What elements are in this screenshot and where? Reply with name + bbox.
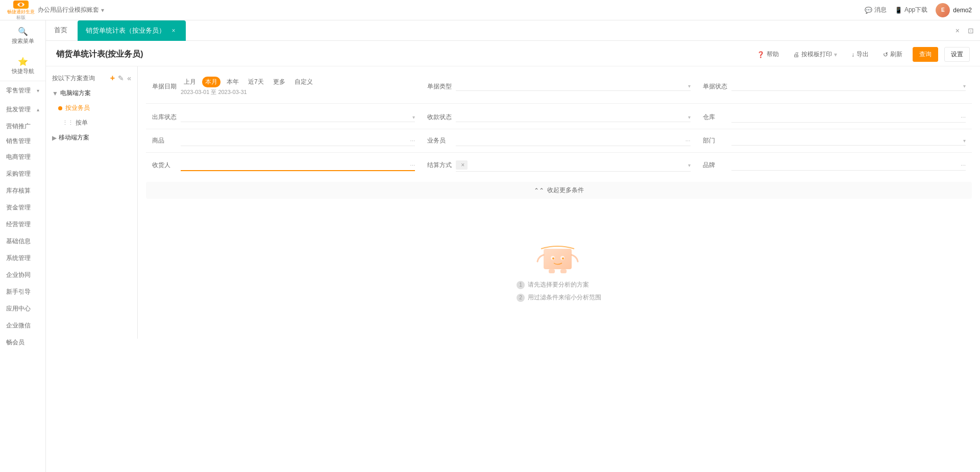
page-actions: ❓ 帮助 🖨 按模板打印 ▾ ↓ 导出 [753, 47, 970, 62]
inventory-label: 库存核算 [6, 186, 31, 195]
filter-row-3: 商品 ··· 业务员 [146, 129, 972, 153]
sidebar-item-retail[interactable]: 零售管理 ▾ [0, 81, 45, 100]
quick-nav-icon: ⭐ [18, 57, 28, 66]
refresh-label: 刷新 [890, 50, 902, 59]
warehouse-dots-icon[interactable]: ··· [961, 113, 966, 121]
sidebar-item-cooperation[interactable]: 企业协同 [0, 267, 45, 284]
help-btn[interactable]: ❓ 帮助 [753, 48, 783, 61]
app-download-label: App下载 [904, 6, 927, 14]
payment-status-arrow-icon: ▾ [688, 114, 691, 120]
filter-item-warehouse: 仓库 ··· [697, 108, 972, 127]
message-btn[interactable]: 💬 消息 [865, 6, 887, 14]
query-btn[interactable]: 查询 [913, 47, 938, 62]
sidebar-item-quick-nav-label: 快捷导航 [12, 68, 34, 75]
mobile-scheme-label: 移动端方案 [59, 133, 89, 142]
sidebar-item-newcomer[interactable]: 新手引导 [0, 284, 45, 300]
sidebar: 🔍 搜索菜单 ⭐ 快捷导航 零售管理 ▾ 批发管理 ▴ 营销推广 销售管理 [0, 20, 46, 472]
sidebar-item-operations[interactable]: 经营管理 [0, 216, 45, 233]
add-scheme-icon[interactable]: + [110, 74, 115, 83]
svg-point-4 [552, 257, 554, 259]
filter-item-product: 商品 ··· [146, 131, 421, 150]
sidebar-item-corp-wechat[interactable]: 企业微信 [0, 317, 45, 334]
avatar: E [936, 3, 950, 17]
sidebar-item-system[interactable]: 系统管理 [0, 250, 45, 267]
sidebar-item-vip[interactable]: 畅会员 [0, 334, 45, 351]
app-sub-title: 标版 [16, 15, 26, 20]
sales-label: 销售管理 [6, 137, 31, 146]
sidebar-item-sales[interactable]: 销售管理 [0, 134, 45, 149]
panel-title: 按以下方案查询 [52, 74, 95, 83]
tip-text-1: 请先选择要分析的方案 [528, 280, 589, 289]
window-expand-icon[interactable]: ⊡ [966, 25, 976, 37]
pc-scheme-arrow-icon: ▼ [52, 90, 58, 97]
user-section[interactable]: E demo2 [936, 3, 972, 17]
sidebar-item-marketing[interactable]: 营销推广 [0, 119, 45, 134]
salesperson-dots-icon[interactable]: ··· [685, 137, 691, 144]
breadcrumb: 办公用品行业模拟账套 ▾ [38, 6, 104, 14]
sidebar-item-app-center[interactable]: 应用中心 [0, 300, 45, 317]
page-title: 销货单统计表(按业务员) [56, 49, 143, 60]
phone-icon: 📱 [895, 7, 902, 14]
tab-bar: 首页 销货单统计表（按业务员） × × ⊡ [46, 20, 980, 41]
date-tab-7days[interactable]: 近7天 [245, 77, 267, 87]
scheme-sub-item-by-order[interactable]: ⋮⋮ 按单 [46, 115, 137, 130]
sidebar-item-search-menu[interactable]: 🔍 搜索菜单 [0, 20, 45, 51]
tab-close-icon[interactable]: × [169, 27, 178, 35]
product-dots-icon[interactable]: ··· [410, 137, 415, 144]
top-bar: 畅捷通好生意 标版 办公用品行业模拟账套 ▾ 💬 消息 📱 App下载 E de [0, 0, 980, 20]
filter-item-doc-type: 单据类型 ▾ [421, 73, 696, 100]
date-tab-this-month[interactable]: 本月 [202, 77, 220, 87]
mobile-scheme-group: ▶ 移动端方案 [46, 130, 137, 145]
print-btn[interactable]: 🖨 按模板打印 ▾ [789, 48, 841, 61]
sidebar-item-purchase[interactable]: 采购管理 [0, 166, 45, 182]
mobile-scheme-header[interactable]: ▶ 移动端方案 [46, 130, 137, 145]
svg-point-5 [562, 257, 564, 259]
collapse-panel-icon[interactable]: « [127, 74, 131, 82]
system-label: 系统管理 [6, 254, 31, 263]
export-btn[interactable]: ↓ 导出 [847, 48, 873, 61]
app-download-btn[interactable]: 📱 App下载 [895, 6, 927, 14]
sidebar-item-finance[interactable]: 资金管理 [0, 199, 45, 216]
sidebar-item-inventory[interactable]: 库存核算 [0, 182, 45, 199]
sidebar-item-wholesale[interactable]: 批发管理 ▴ [0, 100, 45, 119]
app-name: 畅捷通好生意 [7, 10, 35, 14]
user-name[interactable]: demo2 [953, 7, 972, 14]
outbound-status-arrow-icon: ▾ [412, 114, 415, 120]
filter-item-date: 单据日期 上月 本月 本年 近7天 更多 自定义 [146, 73, 421, 100]
settlement-tag-close-icon[interactable]: × [461, 161, 464, 169]
message-label: 消息 [874, 6, 887, 14]
filter-row-4: 收货人 ··· 结算方式 [146, 153, 972, 178]
svg-rect-1 [544, 249, 572, 269]
date-tab-last-month[interactable]: 上月 [181, 77, 199, 87]
sidebar-item-basics[interactable]: 基础信息 [0, 233, 45, 250]
sidebar-item-quick-nav[interactable]: ⭐ 快捷导航 [0, 51, 45, 81]
setting-btn[interactable]: 设置 [944, 47, 970, 62]
retail-label: 零售管理 [6, 86, 31, 95]
basics-label: 基础信息 [6, 237, 31, 246]
tip-text-2: 用过滤条件来缩小分析范围 [528, 293, 601, 302]
pc-scheme-label: 电脑端方案 [60, 89, 91, 98]
edit-scheme-icon[interactable]: ✎ [118, 74, 124, 82]
finance-label: 资金管理 [6, 203, 31, 212]
print-dropdown-icon: ▾ [834, 51, 837, 58]
tab-active[interactable]: 销货单统计表（按业务员） × [78, 20, 186, 41]
scheme-item-sales-rep[interactable]: 按业务员 [46, 101, 137, 115]
filter-item-receiver: 收货人 ··· [146, 155, 421, 176]
window-close-icon[interactable]: × [953, 25, 962, 37]
logo-icon [13, 1, 29, 9]
date-range-text: 2023-03-01 至 2023-03-31 [181, 88, 415, 96]
collapse-btn[interactable]: ⌃⌃ 收起更多条件 [146, 182, 972, 199]
date-tab-custom[interactable]: 自定义 [291, 77, 316, 87]
refresh-btn[interactable]: ↺ 刷新 [879, 48, 906, 61]
empty-state: 1 请先选择要分析的方案 2 用过滤条件来缩小分析范围 [146, 203, 972, 333]
collapse-label: 收起更多条件 [547, 186, 584, 195]
date-tab-this-year[interactable]: 本年 [224, 77, 242, 87]
tab-home[interactable]: 首页 [46, 20, 76, 41]
brand-dots-icon[interactable]: ··· [961, 161, 966, 169]
sidebar-item-ecommerce[interactable]: 电商管理 [0, 149, 45, 166]
pc-scheme-header[interactable]: ▼ 电脑端方案 [46, 86, 137, 101]
empty-tip-2: 2 用过滤条件来缩小分析范围 [517, 293, 601, 302]
breadcrumb-dropdown-icon[interactable]: ▾ [101, 7, 104, 14]
date-tab-more[interactable]: 更多 [270, 77, 288, 87]
receiver-dots-icon[interactable]: ··· [410, 161, 415, 169]
